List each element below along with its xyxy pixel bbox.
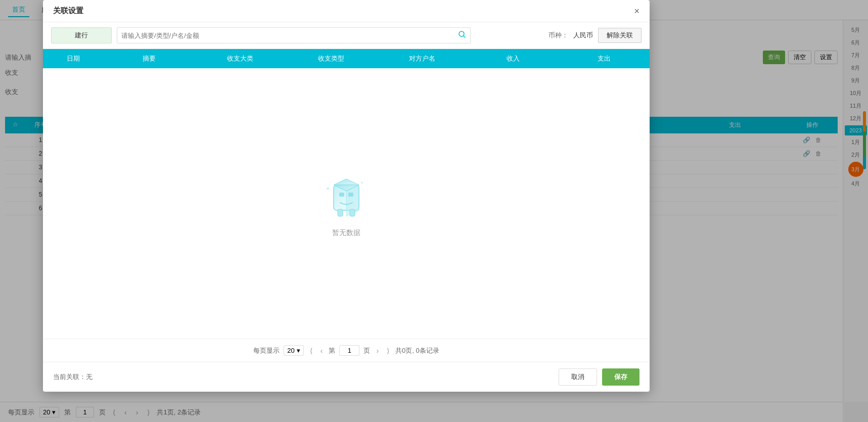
modal-currency-value: 人民币 [573,31,593,40]
modal-dialog: 关联设置 × 建行 币种： 人民币 解除关联 日期 摘要 [43,0,650,392]
empty-icon: ❄ ❄ [321,170,372,220]
col-date: 日期 [43,49,104,68]
empty-state: ❄ ❄ 暂无数据 [321,170,372,238]
col-summary: 摘要 [104,49,195,68]
per-page-label: 每页显示 [253,346,280,355]
page-total: 共0页, 0条记录 [395,346,439,355]
last-page-button[interactable]: ⟩ [385,346,391,356]
modal-pagination: 每页显示 20 ▾ ⟨ ‹ 第 页 › ⟩ 共0页, 0条记录 [43,339,650,362]
modal-search-row: 建行 币种： 人民币 解除关联 [43,22,650,49]
current-link-label: 当前关联：无 [53,372,93,382]
svg-line-1 [464,36,465,37]
next-page-button[interactable]: › [374,346,381,356]
bank-tab-ccb[interactable]: 建行 [51,27,112,43]
search-input-wrapper [117,27,471,43]
col-category: 收支大类 [195,49,286,68]
svg-text:❄: ❄ [326,186,330,191]
col-party: 对方户名 [377,49,468,68]
empty-text: 暂无数据 [332,228,360,238]
col-expense: 支出 [559,49,650,68]
svg-text:❄: ❄ [360,181,363,184]
modal-close-button[interactable]: × [634,7,639,16]
per-page-dropdown-icon: ▾ [297,347,300,354]
svg-rect-7 [338,209,343,216]
modal-search-input[interactable] [121,32,458,39]
save-button[interactable]: 保存 [602,368,639,386]
col-income: 收入 [468,49,559,68]
page-label: 第 [329,346,335,355]
modal-header: 关联设置 × [43,0,650,22]
modal-table-header: 日期 摘要 收支大类 收支类型 对方户名 收入 支出 [43,49,650,68]
per-page-value: 20 [287,347,294,354]
search-button[interactable] [458,30,466,40]
page-number-input[interactable] [339,345,359,356]
svg-rect-6 [348,193,353,197]
first-page-button[interactable]: ⟨ [308,346,314,356]
svg-rect-5 [339,193,344,197]
modal-title: 关联设置 [53,6,83,16]
modal-body: 建行 币种： 人民币 解除关联 日期 摘要 收支大类 收支类型 对方户名 收 [43,22,650,362]
svg-rect-8 [350,209,355,216]
modal-currency-label: 币种： [549,31,568,40]
col-type: 收支类型 [286,49,377,68]
footer-buttons: 取消 保存 [559,368,639,386]
per-page-select[interactable]: 20 ▾ [284,345,303,356]
modal-table-body: ❄ ❄ 暂无数据 [43,68,650,339]
unlink-button[interactable]: 解除关联 [598,28,642,43]
cancel-button[interactable]: 取消 [559,368,597,386]
modal-footer: 当前关联：无 取消 保存 [43,362,650,392]
page-suffix: 页 [363,346,370,355]
prev-page-button[interactable]: ‹ [318,346,325,356]
